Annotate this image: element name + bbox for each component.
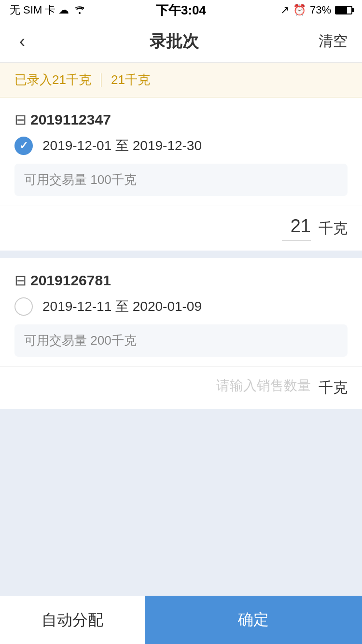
battery-icon (335, 6, 352, 14)
batch-2-input-underline: 请输入销售数量 (216, 377, 311, 399)
bottom-bar: 自动分配 确定 (0, 596, 362, 644)
batch-1-unit: 千克 (319, 219, 348, 238)
page-title: 录批次 (150, 30, 199, 53)
summary-label: 已录入21千克 (14, 71, 91, 88)
location-icon: ↗ (280, 4, 289, 16)
clear-button[interactable]: 清空 (319, 31, 348, 51)
batch-2-unit: 千克 (319, 378, 348, 398)
batch-2-date: 2019-12-11 至 2020-01-09 (42, 297, 202, 316)
batch-card-2: ⊟ 2019126781 2019-12-11 至 2020-01-09 可用交… (0, 258, 362, 409)
doc-icon-2: ⊟ (14, 272, 27, 289)
batch-2-header: ⊟ 2019126781 (0, 258, 362, 294)
sim-text: 无 SIM 卡 ☁ (10, 3, 69, 17)
back-button[interactable]: ‹ (14, 27, 30, 56)
battery-percent: 73% (310, 4, 331, 16)
batch-2-input-row: 请输入销售数量 千克 (0, 366, 362, 409)
wifi-icon (73, 3, 86, 17)
auto-distribute-button[interactable]: 自动分配 (0, 596, 145, 644)
batch-1-quantity-row: 21 千克 (0, 206, 362, 251)
batch-1-quantity-value[interactable]: 21 (282, 216, 311, 237)
summary-value: 21千克 (111, 71, 150, 88)
batch-2-radio[interactable] (14, 297, 33, 316)
batch-2-input-placeholder[interactable]: 请输入销售数量 (216, 377, 311, 395)
batch-card-1: ⊟ 2019112347 2019-12-01 至 2019-12-30 可用交… (0, 98, 362, 251)
summary-bar: 已录入21千克 21千克 (0, 63, 362, 98)
batch-1-date: 2019-12-01 至 2019-12-30 (42, 137, 202, 155)
batch-1-number: 2019112347 (30, 112, 111, 128)
content-area: ⊟ 2019112347 2019-12-01 至 2019-12-30 可用交… (0, 98, 362, 630)
batch-1-date-row: 2019-12-01 至 2019-12-30 (0, 133, 362, 160)
batch-1-available: 可用交易量 100千克 (14, 164, 348, 196)
alarm-icon: ⏰ (293, 4, 306, 16)
nav-bar: ‹ 录批次 清空 (0, 20, 362, 63)
batch-2-number: 2019126781 (30, 272, 111, 289)
status-bar: 无 SIM 卡 ☁ 下午3:04 ↗ ⏰ 73% (0, 0, 362, 20)
section-divider (0, 251, 362, 258)
status-left: 无 SIM 卡 ☁ (10, 3, 86, 17)
batch-1-quantity-underline: 21 (282, 216, 311, 241)
status-time: 下午3:04 (156, 2, 206, 19)
batch-1-radio[interactable] (14, 137, 33, 155)
doc-icon-1: ⊟ (14, 111, 27, 128)
batch-2-available: 可用交易量 200千克 (14, 324, 348, 357)
batch-1-header: ⊟ 2019112347 (0, 98, 362, 133)
summary-divider (101, 73, 101, 87)
confirm-button[interactable]: 确定 (145, 596, 362, 644)
batch-2-date-row: 2019-12-11 至 2020-01-09 (0, 294, 362, 321)
status-right: ↗ ⏰ 73% (280, 4, 352, 16)
